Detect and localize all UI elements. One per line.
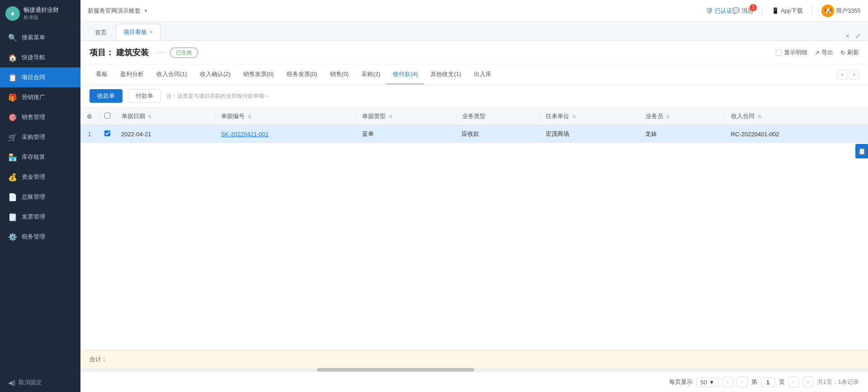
search-icon: 🔍 [8,33,17,42]
divider [812,6,812,15]
sort-icon: ⇅ [248,114,251,119]
app-download-button[interactable]: 📱 App下载 [772,7,803,15]
first-page-button[interactable]: « [722,377,733,387]
doc-number-link[interactable]: SK-20220421-001 [221,131,269,138]
project-more-button[interactable]: ··· [156,48,165,57]
payment-filter-button[interactable]: 付款单 [128,89,161,103]
last-page-button[interactable]: » [803,377,814,387]
sub-nav: 看板 盈利分析 收入合同(1) 收入确认(2) 销售发票(0) 税务发票(0) … [80,65,868,85]
capital-icon: 💰 [8,172,17,182]
tab-home-label: 首页 [95,29,107,37]
sidebar-item-label: 销售管理 [22,113,45,121]
page-suffix: 页 [779,378,785,386]
user-menu-button[interactable]: 🐶 用户3355 [821,5,861,17]
sidebar-item-capital[interactable]: 💰 资金管理 [0,167,80,187]
content-area: 项目： 建筑安装 ··· 已生效 显示明细 ↗ 导出 ↻ 刷新 [80,41,868,392]
window-controls: × ⤢ [845,32,861,40]
sidebar-item-ledger[interactable]: 📄 总账管理 [0,187,80,207]
sub-nav-prev-arrow[interactable]: ‹ [837,70,847,80]
per-page-label: 每页显示 [669,378,693,386]
messages-button[interactable]: 💬 消息 1 [732,7,753,15]
sort-icon: ⇅ [758,114,761,119]
sidebar-item-tax[interactable]: ⚙️ 税务管理 [0,227,80,247]
topbar: 新服务官网演示账套 ▼ 🛡️ 已认证 💬 消息 1 📱 App下载 🐶 用户33… [80,0,868,22]
tab-home[interactable]: 首页 [88,25,114,40]
sidebar-unpin-button[interactable]: ◀‖ 取消固定 [0,373,80,392]
total-pages-label: 共1页，1条记录 [817,378,859,386]
sub-nav-receipts[interactable]: 收付款(4) [387,65,424,85]
sub-nav-profit[interactable]: 盈利分析 [114,65,150,85]
sub-nav-warehouse[interactable]: 出入库 [467,65,498,85]
page-prefix: 第 [751,378,757,386]
sales-icon: 🎯 [8,113,17,122]
inventory-icon: 🏪 [8,153,17,162]
maximize-window-button[interactable]: ⤢ [855,32,861,40]
th-type: 单据类型 ⇅ [357,108,457,125]
show-detail-checkbox[interactable]: 显示明细 [776,48,807,57]
sidebar-item-search[interactable]: 🔍 搜索菜单 [0,28,80,48]
filter-bar: 收款单 付款单 注：这里是与项目关联的全部收付款单哦～ [80,85,868,108]
export-button[interactable]: ↗ 导出 [815,48,833,57]
row-checkbox-cell [99,125,116,143]
sidebar-item-marketing[interactable]: 🎁 营销推广 [0,87,80,107]
th-biz-type: 业务类型 [456,108,540,125]
float-panel-button[interactable]: 📋 [855,144,868,158]
sidebar-item-quick-nav[interactable]: 🏠 快捷导航 [0,48,80,67]
chevron-down-icon: ▼ [143,8,148,14]
sub-nav-sales-invoice[interactable]: 销售发票(0) [237,65,280,85]
sub-nav-sales[interactable]: 销售(0) [324,65,355,85]
app-logo-icon: ♦ [5,6,20,21]
shield-icon: 🛡️ [706,7,713,14]
project-name: 建筑安装 [116,48,149,57]
divider [762,6,763,15]
horizontal-scrollbar[interactable] [80,368,868,372]
scrollbar-thumb[interactable] [317,368,474,372]
sub-nav-income-confirm[interactable]: 收入确认(2) [193,65,237,85]
sidebar-item-sales[interactable]: 🎯 销售管理 [0,107,80,127]
tab-project-board[interactable]: 项目看板 × [116,24,160,40]
project-icon: 📋 [8,73,17,82]
sidebar-item-invoice[interactable]: 🗒️ 发票管理 [0,207,80,227]
sub-nav-other-income[interactable]: 其他收支(1) [424,65,467,85]
sub-nav-purchase[interactable]: 采购(2) [355,65,387,85]
tab-close-icon[interactable]: × [150,29,153,35]
total-label: 合计： [90,356,107,363]
user-label: 用户3355 [836,7,861,15]
close-window-button[interactable]: × [845,32,849,40]
purchase-icon: 🛒 [8,133,17,142]
page-number-input[interactable] [761,378,775,387]
sidebar-nav: 🔍 搜索菜单 🏠 快捷导航 📋 项目合同 🎁 营销推广 🎯 销售管理 🛒 采购管… [0,28,80,373]
account-selector[interactable]: 新服务官网演示账套 ▼ [88,7,697,15]
sort-icon: ⇅ [389,114,392,119]
sidebar-item-project-contract[interactable]: 📋 项目合同 [0,67,80,87]
tab-bar: 首页 项目看板 × × ⤢ [80,22,868,41]
row-checkbox[interactable] [104,130,110,136]
select-all-checkbox[interactable] [104,113,110,119]
sort-icon: ⇅ [572,114,576,119]
sub-nav-kanban[interactable]: 看板 [90,65,114,85]
row-index: 1 [80,125,99,143]
th-salesman: 业务员 ⇅ [640,108,725,125]
checkbox-icon [776,49,782,56]
table-row[interactable]: 1 2022-04-21 SK-20220421-001 蓝单 应收款 宏茂商场… [80,125,868,143]
sub-nav-tax-invoice[interactable]: 税务发票(0) [280,65,324,85]
sidebar-item-purchase[interactable]: 🛒 采购管理 [0,127,80,147]
ledger-icon: 📄 [8,192,17,201]
message-icon: 💬 [732,7,740,14]
marketing-icon: 🎁 [8,93,17,102]
cert-label: 已认证 [715,7,732,15]
next-page-button[interactable]: › [788,377,799,387]
per-page-select[interactable]: 50 ▼ [696,378,718,387]
sidebar-item-inventory[interactable]: 🏪 库存核算 [0,147,80,167]
th-partner: 往来单位 ⇅ [540,108,640,125]
sidebar-item-label: 搜索菜单 [22,33,45,42]
sub-nav-income-contract[interactable]: 收入合同(1) [150,65,193,85]
phone-icon: 📱 [772,7,779,14]
refresh-button[interactable]: ↻ 刷新 [840,48,859,57]
prev-page-button[interactable]: ‹ [737,377,748,387]
settings-icon[interactable]: ⚙ [87,113,92,120]
cert-status: 🛡️ 已认证 [706,7,732,15]
sidebar-item-label: 总账管理 [22,193,45,201]
sub-nav-next-arrow[interactable]: › [849,70,859,80]
receipt-filter-button[interactable]: 收款单 [90,89,123,103]
